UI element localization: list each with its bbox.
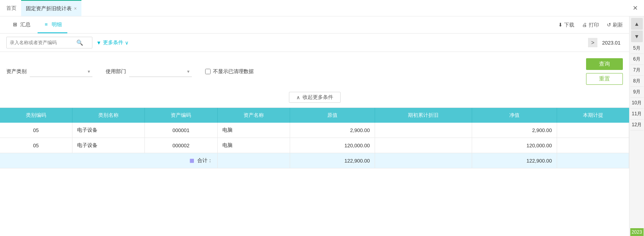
sidebar-month-12月[interactable]: 12月: [630, 120, 644, 131]
cell-current-depreciation: [557, 123, 629, 138]
download-button[interactable]: ⬇ 下载: [558, 21, 574, 29]
clear-data-label: 不显示已清理数据: [213, 68, 254, 75]
search-input[interactable]: [10, 40, 76, 45]
reset-button[interactable]: 重置: [586, 73, 623, 85]
sidebar-month-5月[interactable]: 5月: [630, 43, 644, 54]
total-accumulated-depreciation: [375, 153, 472, 168]
cell-net-value: 2,900.00: [472, 123, 557, 138]
sidebar-month-9月[interactable]: 9月: [630, 87, 644, 98]
sidebar-down-btn[interactable]: ▼: [631, 30, 643, 42]
sidebar-up-btn[interactable]: ▲: [631, 18, 643, 30]
cell-accumulated-depreciation: [375, 123, 472, 138]
month-list: 5月6月7月8月9月10月11月12月: [630, 43, 644, 131]
clear-data-checkbox[interactable]: [205, 69, 211, 74]
search-icon[interactable]: 🔍: [76, 39, 83, 46]
cell-category-name: 电子设备: [72, 123, 144, 138]
active-tab[interactable]: 固定资产折旧统计表 ×: [21, 0, 81, 16]
date-display: 2023.01: [600, 40, 623, 46]
query-button[interactable]: 查询: [586, 58, 623, 70]
asset-category-label: 资产类别: [6, 68, 27, 75]
filter-bar: 🔍 ▼ 更多条件 ∨ > 2023.01: [0, 34, 629, 52]
refresh-label: 刷新: [613, 21, 623, 29]
date-prev-btn[interactable]: >: [588, 38, 597, 47]
col-original-value: 原值: [290, 108, 375, 123]
sidebar-month-8月[interactable]: 8月: [630, 76, 644, 87]
sidebar-month-10月[interactable]: 10月: [630, 98, 644, 109]
col-net-value: 净值: [472, 108, 557, 123]
refresh-icon: ↺: [607, 22, 611, 28]
close-tab-icon[interactable]: ×: [74, 6, 77, 11]
asset-category-input[interactable]: [30, 66, 92, 77]
top-nav: 首页 固定资产折旧统计表 × ✕: [0, 0, 644, 16]
sidebar-month-11月[interactable]: 11月: [630, 109, 644, 120]
sidebar-month-6月[interactable]: 6月: [630, 54, 644, 65]
col-category-code: 类别编码: [0, 108, 72, 123]
print-button[interactable]: 🖨 打印: [582, 21, 599, 29]
total-label: 合计：: [197, 157, 213, 163]
col-category-name: 类别名称: [72, 108, 144, 123]
sub-tabs-left: ⊞ 汇总 ≡ 明细: [6, 16, 67, 33]
cell-net-value: 120,000.00: [472, 138, 557, 153]
total-net-value: 122,900.00: [472, 153, 557, 168]
col-current-depreciation: 本期计提: [557, 108, 629, 123]
cell-original-value: 2,900.00: [290, 123, 375, 138]
download-icon: ⬇: [558, 22, 563, 28]
cell-asset-name: 电脑: [217, 123, 290, 138]
cell-original-value: 120,000.00: [290, 138, 375, 153]
more-conditions-btn[interactable]: ▼ 更多条件 ∨: [96, 39, 129, 46]
detail-icon: ≡: [43, 21, 49, 28]
chevron-up-icon: ∧: [296, 95, 300, 100]
print-label: 打印: [589, 21, 599, 29]
more-conditions-label: 更多条件: [103, 39, 123, 46]
col-asset-code: 资产编码: [145, 108, 217, 123]
cell-asset-code: 000001: [145, 123, 217, 138]
cell-category-code: 05: [0, 138, 72, 153]
cell-asset-code: 000002: [145, 138, 217, 153]
window-close-icon[interactable]: ✕: [633, 4, 638, 12]
summary-icon: ⊞: [12, 21, 18, 28]
main-area: ⊞ 汇总 ≡ 明细 ⬇ 下载 🖨 打印 ↺ 刷: [0, 16, 644, 236]
department-input[interactable]: [129, 66, 192, 77]
filter-icon: ▼: [96, 40, 101, 46]
total-asset-name: [217, 153, 290, 168]
sub-tabs-bar: ⊞ 汇总 ≡ 明细 ⬇ 下载 🖨 打印 ↺ 刷: [0, 16, 629, 34]
collapse-bar: ∧ 收起更多条件: [6, 89, 623, 104]
table-row: 05 电子设备 000002 电脑 120,000.00 120,000.00: [0, 138, 629, 153]
asset-category-field: 资产类别 ▾: [6, 66, 90, 77]
filter-row-1: 资产类别 ▾ 使用部门 ▾ 不显示已清理数据 查询 重置: [6, 58, 623, 85]
date-nav: > 2023.01: [588, 38, 623, 47]
advanced-filter: 资产类别 ▾ 使用部门 ▾ 不显示已清理数据 查询 重置: [0, 52, 629, 108]
cell-asset-name: 电脑: [217, 138, 290, 153]
search-wrap: 🔍: [6, 37, 92, 48]
chevron-down-icon: ∨: [125, 40, 129, 46]
download-label: 下载: [564, 21, 574, 29]
cell-category-code: 05: [0, 123, 72, 138]
refresh-button[interactable]: ↺ 刷新: [607, 21, 623, 29]
cell-accumulated-depreciation: [375, 138, 472, 153]
tab-summary[interactable]: ⊞ 汇总: [6, 16, 36, 33]
cell-category-name: 电子设备: [72, 138, 144, 153]
tab-summary-label: 汇总: [20, 21, 31, 28]
clear-data-checkbox-field: 不显示已清理数据: [205, 68, 254, 75]
data-table: 类别编码 类别名称 资产编码 资产名称 原值 期初累计折旧 净值 本期计提 05…: [0, 108, 629, 168]
total-current-depreciation: [557, 153, 629, 168]
right-sidebar: ▲ ▼ 5月6月7月8月9月10月11月12月 2023: [629, 16, 644, 236]
col-asset-name: 资产名称: [217, 108, 290, 123]
total-original-value: 122,900.00: [290, 153, 375, 168]
department-field: 使用部门 ▾: [106, 66, 189, 77]
department-label: 使用部门: [106, 68, 126, 75]
print-icon: 🖨: [582, 22, 587, 28]
data-table-wrap: 类别编码 类别名称 资产编码 资产名称 原值 期初累计折旧 净值 本期计提 05…: [0, 108, 629, 236]
collapse-button[interactable]: ∧ 收起更多条件: [289, 92, 341, 103]
collapse-label: 收起更多条件: [303, 94, 333, 101]
total-label-cell: ▦ 合计：: [0, 153, 217, 168]
toolbar-actions: ⬇ 下载 🖨 打印 ↺ 刷新: [558, 21, 623, 29]
sidebar-month-7月[interactable]: 7月: [630, 65, 644, 76]
col-accumulated-depreciation: 期初累计折旧: [375, 108, 472, 123]
table-row: 05 电子设备 000001 电脑 2,900.00 2,900.00: [0, 123, 629, 138]
cell-current-depreciation: [557, 138, 629, 153]
home-link[interactable]: 首页: [6, 5, 16, 12]
filter-actions: 查询 重置: [586, 58, 623, 85]
total-row: ▦ 合计： 122,900.00 122,900.00: [0, 153, 629, 168]
tab-detail[interactable]: ≡ 明细: [38, 16, 67, 33]
